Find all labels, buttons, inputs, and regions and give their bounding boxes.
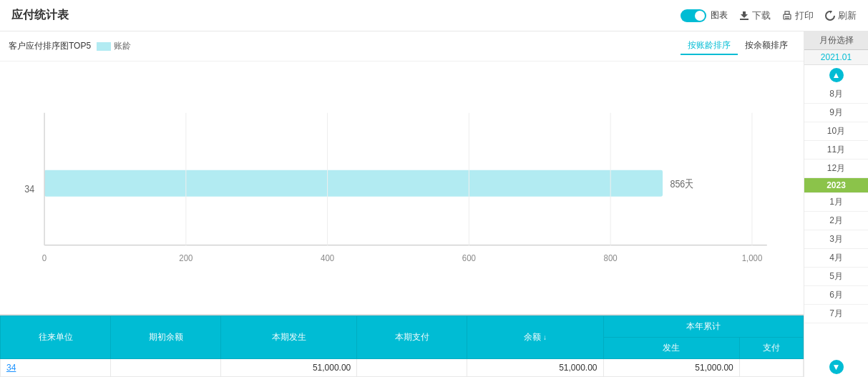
month-item-5[interactable]: 5月	[804, 268, 868, 286]
refresh-button[interactable]: 刷新	[825, 9, 857, 22]
svg-text:856天: 856天	[670, 179, 694, 190]
legend-item: 账龄	[97, 40, 131, 52]
month-item-4[interactable]: 4月	[804, 249, 868, 268]
col-ytd-occur: 发生	[603, 338, 739, 359]
sidebar-header: 月份选择	[804, 31, 868, 50]
month-item-7[interactable]: 7月	[804, 305, 868, 323]
toggle-label: 图表	[711, 9, 728, 21]
sidebar-year-display: 2021.01	[804, 50, 868, 65]
chart-toggle-wrap: 图表	[681, 9, 728, 22]
sidebar: 月份选择 2021.01 ▲ 8月 9月 10月 11月 12月 2023 1月…	[804, 31, 868, 377]
month-item-11[interactable]: 11月	[804, 141, 868, 160]
refresh-icon	[825, 11, 835, 21]
table-section: 往来单位 期初余额 本期发生 本期支付 余额 ↓ 本年累计 发生	[0, 314, 804, 377]
header: 应付统计表 图表 下载 打印 刷新	[0, 0, 868, 31]
month-item-8[interactable]: 8月	[804, 85, 868, 104]
col-unit: 往来单位	[1, 316, 111, 359]
cell-current-pay	[357, 359, 467, 377]
svg-rect-6	[44, 170, 663, 197]
svg-rect-0	[740, 19, 748, 20]
print-button[interactable]: 打印	[782, 9, 814, 22]
sort-tab-age[interactable]: 按账龄排序	[681, 37, 738, 55]
main-content: 客户应付排序图TOP5 账龄 按账龄排序 按余额排序 34	[0, 31, 868, 377]
col-balance: 余额 ↓	[467, 316, 603, 359]
svg-rect-3	[785, 16, 789, 17]
data-table: 往来单位 期初余额 本期发生 本期支付 余额 ↓ 本年累计 发生	[0, 315, 804, 377]
cell-unit: 34	[1, 359, 111, 377]
col-current-pay: 本期支付	[357, 316, 467, 359]
month-item-10[interactable]: 10月	[804, 122, 868, 141]
header-actions: 图表 下载 打印 刷新	[681, 9, 857, 22]
cell-ytd-occur: 51,000.00	[603, 359, 739, 377]
svg-text:600: 600	[462, 253, 476, 263]
svg-text:0: 0	[42, 253, 47, 263]
svg-text:1,000: 1,000	[742, 253, 763, 263]
month-item-3[interactable]: 3月	[804, 230, 868, 249]
cell-balance: 51,000.00	[467, 359, 603, 377]
download-button[interactable]: 下载	[739, 9, 771, 22]
month-item-9[interactable]: 9月	[804, 104, 868, 122]
chart-section: 客户应付排序图TOP5 账龄 按账龄排序 按余额排序 34	[0, 31, 804, 377]
svg-text:200: 200	[179, 253, 192, 263]
month-item-2[interactable]: 2月	[804, 212, 868, 230]
month-item-12[interactable]: 12月	[804, 160, 868, 178]
sort-tabs: 按账龄排序 按余额排序	[681, 37, 795, 55]
legend-box-label: 账龄	[114, 40, 131, 52]
col-ytd-group: 本年累计	[603, 316, 803, 338]
svg-rect-2	[785, 11, 789, 14]
legend-text: 客户应付排序图TOP5	[9, 40, 91, 52]
col-opening: 期初余额	[111, 316, 221, 359]
chart-toggle[interactable]	[681, 9, 706, 22]
month-list: 8月 9月 10月 11月 12月 2023 1月 2月 3月 4月 5月 6月…	[804, 85, 868, 357]
nav-up-icon[interactable]: ▲	[829, 68, 844, 82]
download-icon	[739, 11, 749, 21]
month-item-1[interactable]: 1月	[804, 193, 868, 212]
nav-down-icon[interactable]: ▼	[829, 360, 844, 374]
page-title: 应付统计表	[11, 8, 69, 23]
chart-svg: 34 856天 0 200 400 600 800 1,000	[7, 69, 789, 307]
sort-tab-balance[interactable]: 按余额排序	[738, 37, 795, 55]
month-item-6[interactable]: 6月	[804, 286, 868, 305]
toggle-knob	[695, 11, 705, 21]
cell-ytd-pay	[739, 359, 803, 377]
sidebar-nav-up[interactable]: ▲	[804, 65, 868, 85]
legend-area: 客户应付排序图TOP5 账龄	[9, 40, 131, 52]
svg-text:800: 800	[604, 253, 618, 263]
col-current-occur: 本期发生	[221, 316, 357, 359]
chart-toolbar: 客户应付排序图TOP5 账龄 按账龄排序 按余额排序	[0, 31, 804, 62]
unit-link[interactable]: 34	[6, 363, 16, 373]
legend-box	[97, 42, 111, 51]
svg-text:400: 400	[321, 253, 334, 263]
cell-current-occur: 51,000.00	[221, 359, 357, 377]
sidebar-nav-down[interactable]: ▼	[804, 357, 868, 377]
svg-text:34: 34	[24, 183, 34, 195]
chart-area: 34 856天 0 200 400 600 800 1,000	[0, 62, 804, 314]
cell-opening	[111, 359, 221, 377]
col-ytd-pay: 支付	[739, 338, 803, 359]
table-row: 34 51,000.00 51,000.00 51,000.00	[1, 359, 804, 377]
svg-rect-4	[785, 18, 789, 19]
year-marker-2023: 2023	[804, 178, 868, 193]
print-icon	[782, 11, 792, 21]
